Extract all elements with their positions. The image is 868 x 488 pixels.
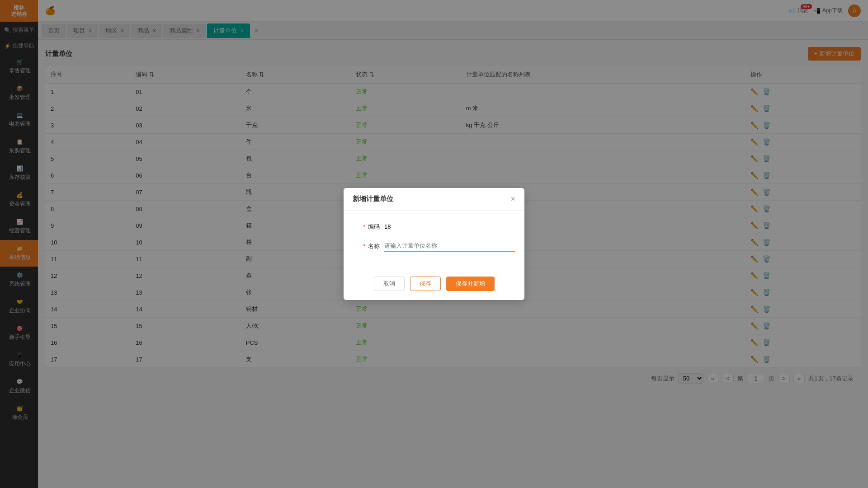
name-label: * 名称	[353, 242, 380, 250]
name-input[interactable]	[384, 240, 515, 252]
code-row: * 编码	[353, 221, 515, 232]
modal-footer: 取消 保存 保存并新增	[344, 271, 524, 300]
modal-body: * 编码 * 名称	[344, 211, 524, 271]
save-button[interactable]: 保存	[410, 277, 441, 291]
modal-overlay[interactable]: 新增计量单位 × * 编码 * 名称 取消 保存 保存并新增	[0, 0, 868, 488]
cancel-button[interactable]: 取消	[374, 277, 405, 291]
code-required-star: *	[363, 223, 365, 230]
code-input[interactable]	[384, 221, 515, 232]
add-unit-modal: 新增计量单位 × * 编码 * 名称 取消 保存 保存并新增	[344, 188, 524, 300]
modal-header: 新增计量单位 ×	[344, 188, 524, 211]
name-row: * 名称	[353, 240, 515, 252]
code-label: * 编码	[353, 223, 380, 231]
modal-title: 新增计量单位	[353, 195, 393, 203]
name-required-star: *	[363, 243, 365, 249]
modal-close-button[interactable]: ×	[510, 194, 515, 204]
save-add-button[interactable]: 保存并新增	[446, 277, 495, 291]
